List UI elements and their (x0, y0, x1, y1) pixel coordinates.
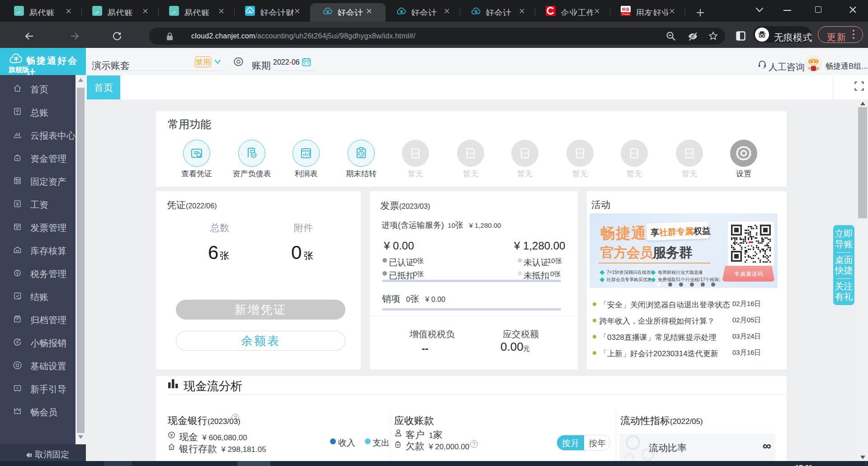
svg-text:icon: icon (631, 151, 638, 155)
svg-text:icon: icon (686, 151, 693, 155)
svg-text:icon: icon (521, 151, 529, 155)
svg-text:icon: icon (412, 151, 420, 155)
svg-text:icon: icon (576, 151, 584, 155)
svg-text:icon: icon (467, 151, 475, 155)
